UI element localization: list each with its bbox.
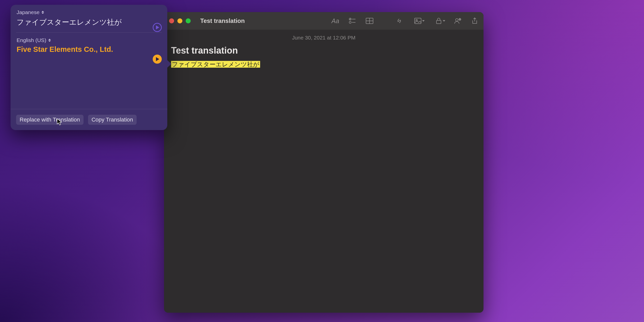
translation-popover: Japanese ファイブスターエレメンツ社が English (US) Fiv… bbox=[11, 5, 167, 130]
notes-window: Test translation Aa bbox=[164, 12, 484, 313]
replace-with-translation-button[interactable]: Replace with Translation bbox=[16, 115, 84, 125]
updown-icon bbox=[48, 39, 51, 42]
source-section: Japanese ファイブスターエレメンツ社が bbox=[11, 5, 167, 32]
note-date: June 30, 2021 at 12:06 PM bbox=[171, 35, 476, 41]
play-icon bbox=[156, 57, 159, 61]
popover-footer: Replace with Translation Copy Translatio… bbox=[11, 109, 167, 130]
updown-icon bbox=[42, 11, 44, 14]
window-title: Test translation bbox=[200, 17, 245, 24]
source-text: ファイブスターエレメンツ社が bbox=[17, 17, 149, 27]
note-title: Test translation bbox=[171, 45, 476, 56]
target-section: English (US) Five Star Elements Co., Ltd… bbox=[11, 33, 167, 59]
share-icon[interactable] bbox=[471, 18, 478, 24]
close-window-button[interactable] bbox=[169, 18, 174, 23]
chevron-down-icon bbox=[443, 20, 445, 22]
highlighted-selection[interactable]: ファイブスターエレメンツ社が bbox=[171, 61, 260, 68]
svg-line-7 bbox=[398, 20, 400, 21]
toolbar-icons: Aa bbox=[332, 18, 478, 24]
copy-translation-button[interactable]: Copy Translation bbox=[88, 115, 137, 125]
target-language-selector[interactable]: English (US) bbox=[17, 37, 51, 43]
note-body[interactable]: June 30, 2021 at 12:06 PM Test translati… bbox=[164, 30, 484, 72]
table-icon[interactable] bbox=[366, 18, 373, 24]
window-titlebar: Test translation Aa bbox=[164, 12, 484, 30]
source-language-selector[interactable]: Japanese bbox=[17, 9, 44, 15]
zoom-window-button[interactable] bbox=[186, 18, 191, 23]
text-style-icon[interactable]: Aa bbox=[332, 18, 339, 24]
minimize-window-button[interactable] bbox=[177, 18, 182, 23]
traffic-lights bbox=[169, 18, 191, 23]
media-icon[interactable] bbox=[413, 18, 424, 24]
target-language-label: English (US) bbox=[17, 37, 46, 43]
checklist-icon[interactable] bbox=[349, 18, 356, 24]
target-text: Five Star Elements Co., Ltd. bbox=[17, 45, 149, 54]
svg-point-11 bbox=[456, 19, 458, 21]
lock-icon[interactable] bbox=[433, 18, 444, 24]
svg-point-9 bbox=[416, 19, 417, 21]
svg-rect-10 bbox=[436, 20, 441, 24]
svg-rect-8 bbox=[415, 18, 421, 24]
play-target-button[interactable] bbox=[153, 55, 162, 64]
link-icon[interactable] bbox=[395, 18, 403, 24]
source-language-label: Japanese bbox=[17, 9, 39, 15]
play-source-button[interactable] bbox=[153, 23, 162, 32]
chevron-down-icon bbox=[422, 20, 425, 22]
collaborate-icon[interactable] bbox=[454, 18, 461, 24]
svg-point-2 bbox=[349, 21, 351, 23]
